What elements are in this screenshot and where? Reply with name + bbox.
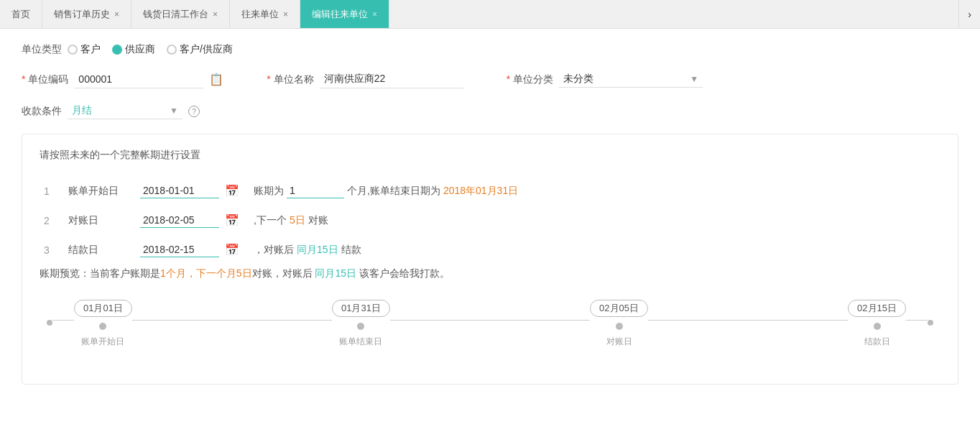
step-num-2: 3 (40, 244, 54, 256)
step-input-area-0: 📅 (140, 183, 239, 198)
payment-terms-group: 收款条件 月结 ▼ ? (22, 103, 200, 119)
settings-card-title: 请按照未来的一个完整帐期进行设置 (40, 149, 940, 162)
timeline-date-0: 01月01日 (74, 300, 132, 317)
payment-terms-row: 收款条件 月结 ▼ ? (22, 103, 958, 119)
preview-label: 账期预览：当前客户账期是 (40, 267, 160, 279)
timeline-item-2: 02月05日对账日 (590, 300, 648, 348)
unit-classify-label: 单位分类 (507, 73, 553, 86)
unit-name-group: 单位名称 (267, 70, 463, 88)
tab-close-contacts[interactable]: × (283, 9, 288, 19)
unit-type-radio-group: 客户供应商客户/供应商 (68, 43, 233, 56)
step-num-1: 2 (40, 215, 54, 226)
step-prefix-2: ，对账后 (254, 244, 294, 257)
radio-circle-customer (68, 45, 78, 55)
timeline-date-1: 01月31日 (332, 300, 390, 317)
step-num-0: 1 (40, 185, 54, 197)
radio-circle-both (167, 45, 177, 55)
step-row-1: 2对账日📅,下一个5日对账 (40, 206, 940, 235)
timeline-dot-1 (357, 323, 364, 330)
step-calendar-icon-0[interactable]: 📅 (225, 184, 239, 198)
timeline-area: 01月01日账单开始日01月31日账单结束日02月05日对账日02月15日结款日 (40, 300, 940, 369)
timeline-date-3: 02月15日 (848, 300, 906, 317)
step-prefix-1: ,下一个 (254, 214, 287, 227)
timeline-left-line (52, 320, 74, 321)
timeline-dot-2 (616, 323, 623, 330)
timeline-sub-label-1: 账单结束日 (339, 336, 382, 348)
step-desc-1: ,下一个5日对账 (254, 214, 328, 227)
radio-label-supplier: 供应商 (125, 43, 155, 56)
tab-home[interactable]: 首页 (0, 0, 42, 28)
step-date-input-0[interactable] (140, 183, 219, 198)
tab-close-sales-history[interactable]: × (114, 9, 119, 19)
step-period-input[interactable] (287, 183, 344, 198)
timeline-dot-0 (99, 323, 106, 330)
payment-chevron-icon: ▼ (170, 106, 178, 116)
preview-end: 该客户会给我打款。 (356, 267, 450, 279)
unit-code-input[interactable] (74, 70, 203, 88)
unit-classify-value: 未分类 (563, 73, 684, 86)
timeline-right-line (906, 320, 928, 321)
timeline-connector-0 (132, 320, 332, 321)
page-content: 单位类型 客户供应商客户/供应商 单位编码 📋 单位名称 单位分类 未分类 ▼ … (0, 29, 980, 437)
timeline-date-2: 02月05日 (590, 300, 648, 317)
step-label-0: 账单开始日 (68, 185, 126, 198)
timeline-sub-label-3: 结款日 (864, 336, 890, 348)
copy-icon[interactable]: 📋 (209, 73, 223, 86)
tab-edit-contact[interactable]: 编辑往来单位 × (300, 0, 389, 28)
tab-contacts[interactable]: 往来单位 × (230, 0, 300, 28)
preview-container: 账期预览：当前客户账期是1个月，下一个月5日对账，对账后 同月15日 该客户会给… (40, 264, 940, 282)
preview-mid: 对账，对账后 (252, 267, 313, 279)
step-calendar-icon-1[interactable]: 📅 (225, 213, 239, 227)
payment-terms-select[interactable]: 月结 ▼ (68, 103, 182, 119)
preview-p1: 1个月， (160, 267, 196, 279)
timeline-item-0: 01月01日账单开始日 (74, 300, 132, 348)
timeline-connector-2 (648, 320, 848, 321)
step-input-area-2: 📅 (140, 242, 239, 257)
step-date-input-1[interactable] (140, 213, 219, 228)
timeline-left-end-dot (47, 320, 52, 326)
timeline-item-1: 01月31日账单结束日 (332, 300, 390, 348)
timeline-dot-3 (874, 323, 881, 330)
unit-code-label: 单位编码 (22, 73, 68, 86)
unit-classify-select[interactable]: 未分类 ▼ (559, 71, 703, 88)
steps-container: 1账单开始日📅账期为个月,账单结束日期为2018年01月31日2对账日📅,下一个… (40, 176, 940, 264)
timeline-right-end-dot (928, 320, 933, 326)
unit-name-input[interactable] (320, 70, 463, 88)
step-label-2: 结款日 (68, 244, 126, 257)
tab-close-cash-desk[interactable]: × (213, 9, 218, 19)
step-suffix-1: 对账 (308, 214, 328, 227)
radio-supplier[interactable]: 供应商 (112, 43, 155, 56)
tab-close-edit-contact[interactable]: × (372, 9, 377, 19)
unit-type-group: 单位类型 客户供应商客户/供应商 (22, 43, 233, 56)
timeline-sub-label-2: 对账日 (606, 336, 632, 348)
step-label-1: 对账日 (68, 214, 126, 227)
step-calendar-icon-2[interactable]: 📅 (225, 243, 239, 257)
radio-customer[interactable]: 客户 (68, 43, 101, 56)
unit-type-label: 单位类型 (22, 43, 62, 56)
preview-p3: 同月15日 (313, 267, 356, 279)
step-row-0: 1账单开始日📅账期为个月,账单结束日期为2018年01月31日 (40, 176, 940, 206)
help-icon[interactable]: ? (188, 106, 200, 117)
radio-both[interactable]: 客户/供应商 (167, 43, 233, 56)
radio-circle-supplier (112, 45, 122, 55)
step-row-2: 3结款日📅，对账后同月15日结款 (40, 235, 940, 264)
step-suffix-after-0: 个月,账单结束日期为 (347, 185, 440, 198)
payment-terms-value: 月结 (72, 104, 170, 117)
step-highlight-0: 2018年01月31日 (443, 185, 518, 198)
unit-info-row: 单位编码 📋 单位名称 单位分类 未分类 ▼ (22, 70, 958, 88)
tab-scroll-arrow[interactable]: › (958, 0, 980, 28)
timeline-render: 01月01日账单开始日01月31日账单结束日02月05日对账日02月15日结款日 (47, 300, 933, 348)
step-date-input-2[interactable] (140, 242, 219, 257)
settings-card: 请按照未来的一个完整帐期进行设置 1账单开始日📅账期为个月,账单结束日期为201… (22, 134, 958, 385)
radio-label-customer: 客户 (80, 43, 101, 56)
timeline-sub-label-0: 账单开始日 (81, 336, 124, 348)
unit-type-row: 单位类型 客户供应商客户/供应商 (22, 43, 958, 56)
preview-p2: 下一个月5日 (196, 267, 252, 279)
step-desc-0: 账期为个月,账单结束日期为2018年01月31日 (254, 183, 518, 198)
payment-terms-label: 收款条件 (22, 105, 62, 118)
unit-classify-group: 单位分类 未分类 ▼ (507, 71, 703, 88)
step-desc-2: ，对账后同月15日结款 (254, 244, 361, 257)
tab-sales-history[interactable]: 销售订单历史 × (42, 0, 131, 28)
tab-cash-desk[interactable]: 钱货日清工作台 × (131, 0, 230, 28)
tabs-bar: 首页销售订单历史 ×钱货日清工作台 ×往来单位 ×编辑往来单位 ×› (0, 0, 980, 29)
